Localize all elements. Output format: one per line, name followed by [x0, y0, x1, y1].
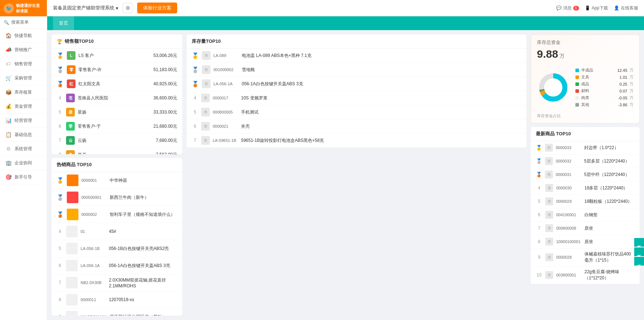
rank-number: 5	[192, 110, 198, 115]
trial-button[interactable]: 体验行业方案	[137, 3, 177, 13]
customer-amount: 40,925.00元	[154, 81, 177, 87]
inv-total-value: 9.88	[537, 48, 558, 60]
inventory-rank-row: 🥉 图 LA-056-1A 056-1A白色按键开关盖ABS 3克	[187, 77, 526, 91]
legend-item: 文具 1.01 万	[575, 74, 633, 81]
app-download-action[interactable]: 📱 App下载	[585, 5, 608, 11]
new-product-img: 图	[545, 253, 553, 261]
hot-product-code: LA-056-1B	[81, 246, 106, 251]
settings-button[interactable]: ⚙	[123, 3, 133, 13]
sidebar-item-sales[interactable]: 🏷 销售管理	[0, 57, 47, 71]
inv-total-row: 9.88 万	[531, 47, 639, 63]
tab-home[interactable]: 首页	[53, 16, 74, 30]
hot-product-code: NB2.0X30B	[81, 280, 106, 285]
rank-number: 10	[536, 272, 542, 278]
sidebar-label-inventory: 库存核算	[15, 89, 32, 95]
sidebar-item-finance[interactable]: 💰 资金管理	[0, 99, 47, 114]
message-action[interactable]: 💬 消息 6	[556, 5, 579, 11]
new-product-row: 8 图 10000100001 原坐	[531, 235, 640, 249]
inv-total-unit: 万	[559, 53, 564, 60]
new-product-code: 10000100001	[556, 239, 582, 244]
main-area: 装备及固定资产辅助管理系统 ▾ ⚙ 体验行业方案 💬 消息 6 📱 App下载 …	[47, 0, 644, 320]
new-product-code: 0000032	[556, 159, 581, 163]
new-product-code: 003800001	[556, 273, 582, 277]
sidebar-label-system: 系统管理	[15, 146, 32, 152]
sidebar-item-purchase[interactable]: 🛒 采购管理	[0, 71, 47, 85]
legend-dot	[575, 103, 579, 107]
customer-rank-row: 8 肖 肖总 7,563.00元	[52, 148, 182, 154]
inv-ratio-label: 库存资金占比	[531, 112, 639, 123]
new-product-row: 4 图 0000030 18多层（1220*2440）	[531, 181, 640, 195]
legend-dot	[575, 82, 579, 86]
customer-avatar: 肖	[66, 150, 75, 154]
top-customers-card: 🏆 销售额TOP10 🥇 L LS 客户 53,006.26元 🥈 零 零售客户…	[52, 34, 182, 154]
quick-nav-icon: 🏠	[5, 32, 12, 39]
legend-unit: 万	[629, 74, 633, 80]
rank-number: 8	[57, 152, 63, 154]
hot-product-img	[66, 260, 78, 271]
bronze-medal-icon: 🥉	[57, 81, 64, 87]
sidebar-item-inventory[interactable]: 📦 库存核算	[0, 85, 47, 99]
legend-label: 半成品	[581, 67, 615, 73]
hot-product-row: 🥈 000500001 新西兰牛肉（新牛）	[52, 189, 182, 206]
phone-icon: 📱	[585, 5, 590, 11]
sidebar-item-operations[interactable]: 📊 经营管理	[0, 114, 47, 128]
customer-amount: 53,006.26元	[154, 53, 177, 59]
customer-amount: 51,183.00元	[154, 67, 177, 73]
product-name: 雪地靴	[242, 67, 521, 73]
panel-btn-直播[interactable]: 直播	[634, 257, 644, 266]
service-icon: 👤	[614, 5, 619, 11]
new-product-code: 0000029	[556, 199, 582, 204]
sidebar-item-basic[interactable]: 📋 基础信息	[0, 128, 47, 142]
hot-product-name: 中华神器	[110, 177, 177, 184]
legend-value: -3.86	[618, 103, 627, 107]
sidebar-item-system[interactable]: ⚙ 系统管理	[0, 142, 47, 156]
hot-products-header: 热销商品 TOP10	[52, 158, 182, 172]
product-name: 手机测试	[241, 109, 521, 115]
chevron-down-icon: ▾	[116, 5, 118, 11]
new-products-title: 最新商品 TOP10	[536, 131, 571, 137]
product-code: 001000002	[213, 67, 239, 72]
marketing-icon: 📣	[5, 46, 12, 53]
customer-name: 肖总	[78, 152, 153, 155]
sidebar-item-quick-nav[interactable]: 🏠 快捷导航	[0, 29, 47, 43]
rank-number: 4	[57, 229, 63, 234]
middle-column: 库存量TOP10 🥇 图 LA-089 电池盖 LA-089 ABS本色+黑种 …	[187, 34, 526, 316]
customer-rank-row: 4 苍 苍南县人民医院 36,600.00元	[52, 91, 182, 105]
inventory-top10-title: 库存量TOP10	[192, 38, 221, 45]
customer-avatar: 苍	[66, 94, 75, 102]
legend-label: 肉类	[581, 95, 616, 100]
donut-legend: 半成品 12.45 万 文具 1.01 万 成品 0.25 万 材料 0.07 …	[575, 67, 633, 108]
sidebar-item-enterprise[interactable]: 🏢 企业协同	[0, 156, 47, 170]
rank-number: 5	[536, 199, 542, 204]
sidebar-item-marketing[interactable]: 📣 营销推广	[0, 43, 47, 57]
online-service-action[interactable]: 👤 在线客服	[614, 5, 638, 11]
rank-number: 7	[57, 138, 63, 143]
customer-rank-row: 🥇 L LS 客户 53,006.26元	[52, 49, 182, 63]
topbar-title[interactable]: 装备及固定资产辅助管理系统 ▾	[53, 5, 118, 11]
customer-amount: 21,680.00元	[154, 123, 177, 130]
customer-name: 零售客户-许	[78, 67, 151, 73]
rank-number: 7	[536, 226, 542, 231]
panel-btn-服务社区[interactable]: 服务社区	[634, 247, 644, 256]
hot-product-name: 2.0X30MM双搓花轴,搓花直径2.1MM/ROHS	[109, 277, 177, 288]
legend-label: 其他	[581, 102, 616, 107]
new-product-name: 22g鱼豆腐-烧烤味（1*12*20）	[584, 269, 635, 281]
legend-label: 成品	[581, 81, 617, 87]
sidebar-nav: 🏠 快捷导航 📣 营销推广 🏷 销售管理 🛒 采购管理 📦 库存核算 💰 资金管…	[0, 29, 47, 184]
customer-avatar: 零	[66, 122, 75, 131]
panel-btn-客服热线[interactable]: 客服热线	[634, 238, 644, 247]
rank-number: 4	[57, 95, 63, 100]
sidebar-logo: 🐦 畅捷通好生意 标准版	[0, 0, 47, 16]
sidebar-search[interactable]: 🔍 搜索菜单	[0, 16, 47, 29]
customer-name: LS 客户	[78, 53, 151, 59]
basic-icon: 📋	[5, 131, 12, 138]
rank-number: 6	[57, 263, 63, 268]
hot-product-name: 45#	[109, 229, 177, 234]
sidebar-item-guide[interactable]: 🎯 新手引导	[0, 170, 47, 184]
inventory-summary-card: 库存总资金 9.88 万	[531, 34, 640, 123]
left-column: 🏆 销售额TOP10 🥇 L LS 客户 53,006.26元 🥈 零 零售客户…	[52, 34, 182, 316]
content-area: 🏆 销售额TOP10 🥇 L LS 客户 53,006.26元 🥈 零 零售客户…	[47, 30, 644, 320]
inventory-top10-card: 库存量TOP10 🥇 图 LA-089 电池盖 LA-089 ABS本色+黑种 …	[187, 34, 526, 148]
legend-unit: 万	[629, 102, 633, 107]
rank-number: 9	[536, 255, 542, 260]
